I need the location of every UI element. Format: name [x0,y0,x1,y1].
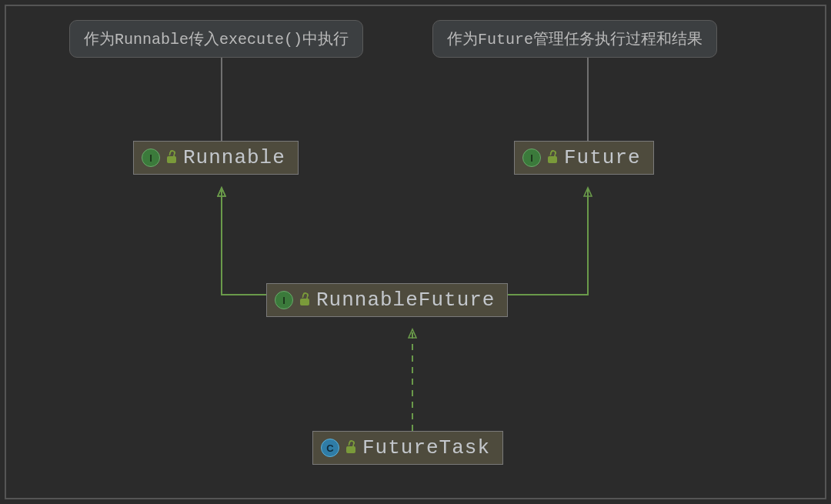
note-text: 作为Runnable传入execute()中执行 [84,31,349,48]
note-text: 作为Future管理任务执行过程和结果 [447,31,703,48]
node-label: Future [564,146,641,169]
class-badge-icon: C [321,439,339,457]
unlock-icon [166,152,177,163]
unlock-icon [299,295,310,305]
node-runnablefuture[interactable]: I RunnableFuture [266,283,508,317]
interface-badge-icon: I [142,149,160,167]
edge-runnablefuture-runnable [222,188,333,295]
edges-layer [6,6,828,501]
node-label: FutureTask [362,436,490,459]
node-label: RunnableFuture [316,289,495,312]
note-future: 作为Future管理任务执行过程和结果 [432,20,717,58]
node-futuretask[interactable]: C FutureTask [312,431,503,465]
interface-badge-icon: I [275,291,293,309]
node-future[interactable]: I Future [514,141,654,175]
node-label: Runnable [183,146,285,169]
unlock-icon [345,442,356,453]
note-runnable: 作为Runnable传入execute()中执行 [69,20,363,58]
interface-badge-icon: I [522,149,541,167]
unlock-icon [547,152,558,163]
diagram-canvas: 作为Runnable传入execute()中执行 作为Future管理任务执行过… [5,5,826,499]
node-runnable[interactable]: I Runnable [133,141,299,175]
edge-runnablefuture-future [492,188,588,295]
